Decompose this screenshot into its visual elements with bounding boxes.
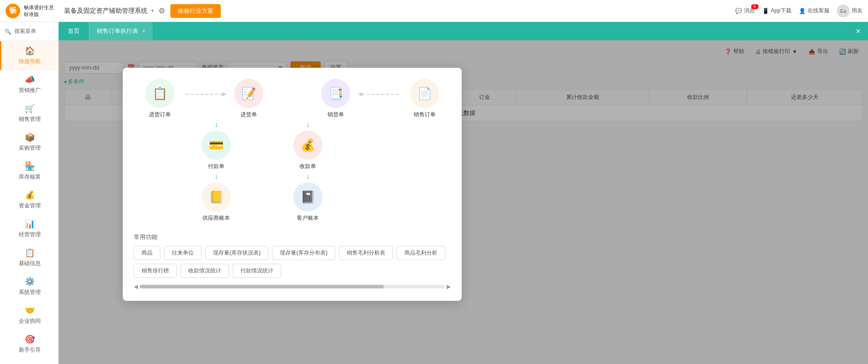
node-purchase-bill[interactable]: 📝 进货单 (223, 79, 275, 119)
trial-button[interactable]: 体验行业方案 (170, 4, 221, 18)
sales-order-circle: 📄 (410, 79, 439, 108)
sidebar-item-cooperation[interactable]: 🤝企业协同 (0, 301, 58, 330)
arrow-sb-from-so (362, 94, 399, 104)
search-menu-button[interactable]: 🔍 搜索菜单 (4, 26, 55, 37)
tab-bar: 首页 销售订单执行表 × × (59, 22, 868, 40)
sidebar-item-basic[interactable]: 📋基础信息 (0, 243, 58, 272)
close-window-button[interactable]: × (848, 22, 868, 40)
sidebar-label-sales: 销售管理 (19, 115, 41, 123)
sidebar-icon-cooperation: 🤝 (25, 305, 35, 315)
flow-arrows-down-2: ↓ ↓ (189, 172, 451, 180)
sidebar-item-sales[interactable]: 🛒销售管理 (0, 99, 58, 128)
node-purchase-order[interactable]: 📋 进货订单 (134, 79, 186, 119)
flow-arrows-down-1: ↓ ↓ (189, 120, 451, 129)
sidebar-item-finance[interactable]: 💰资金管理 (0, 185, 58, 214)
sidebar-item-inventory[interactable]: 🏪库存核算 (0, 157, 58, 185)
sidebar-icon-sales: 🛒 (25, 103, 35, 114)
node-payment-bill[interactable]: 💳 付款单 (189, 130, 244, 170)
settings-icon[interactable]: ⚙ (158, 6, 165, 15)
arrow-pb2-down: ↓ (189, 172, 244, 180)
tab-home[interactable]: 首页 (59, 22, 89, 40)
func-button-5[interactable]: 商品毛利分析 (397, 246, 445, 260)
message-icon-area[interactable]: 💬 消息 6 (735, 7, 755, 15)
logo-icon: 畅 (5, 4, 20, 18)
scroll-bar-thumb (140, 285, 384, 288)
sidebar-icon-operations: 📊 (25, 219, 35, 229)
system-title: 装备及固定资产辅助管理系统 ▼ (64, 7, 155, 15)
sidebar-icon-finance: 💰 (25, 190, 35, 200)
app-container: 畅 畅康通好生意 标准版 装备及固定资产辅助管理系统 ▼ ⚙ 体验行业方案 💬 … (0, 0, 868, 364)
receipt-bill-label: 收款单 (300, 163, 316, 170)
sidebar-item-guide[interactable]: 🎯新手引导 (0, 330, 58, 359)
sidebar-item-operations[interactable]: 📊经营管理 (0, 214, 58, 243)
sidebar-item-purchase[interactable]: 📦采购管理 (0, 128, 58, 157)
main-area: 🔍 搜索菜单 🏠快捷导航📣营销推广🛒销售管理📦采购管理🏪库存核算💰资金管理📊经营… (0, 22, 868, 364)
system-dropdown-icon[interactable]: ▼ (150, 8, 155, 13)
sidebar-item-quick-nav[interactable]: 🏠快捷导航 (0, 41, 58, 70)
common-functions: 常用功能 商品往来单位现存量(库存状况表)现存量(库存分布表)销售毛利分析表商品… (134, 233, 451, 278)
modal-scrollbar: ◀ ▶ (134, 283, 451, 290)
sidebar-label-operations: 经营管理 (19, 231, 41, 239)
sales-bill-circle: 📑 (321, 79, 350, 108)
func-button-3[interactable]: 现存量(库存分布表) (272, 246, 335, 260)
supplier-ledger-circle: 📒 (202, 182, 231, 212)
sidebar-label-inventory: 库存核算 (19, 173, 41, 181)
node-sales-order[interactable]: 📄 销售订单 (399, 79, 451, 119)
func-button-6[interactable]: 销售排行榜 (134, 264, 177, 278)
sidebar-item-system[interactable]: ⚙️系统管理 (0, 272, 58, 301)
sidebar-icon-marketing: 📣 (25, 75, 35, 85)
arrow-rb-down: ↓ (280, 172, 335, 180)
sidebar-item-marketing[interactable]: 📣营销推广 (0, 70, 58, 99)
func-button-0[interactable]: 商品 (134, 246, 160, 260)
service-area[interactable]: 👤 在线客服 (799, 7, 830, 15)
func-button-7[interactable]: 收款情况统计 (180, 264, 229, 278)
arrow-po-to-pb (186, 94, 223, 104)
user-area[interactable]: Ea 用友 (837, 5, 863, 17)
tab-close-icon[interactable]: × (142, 28, 145, 34)
scroll-left-icon[interactable]: ◀ (134, 283, 138, 290)
down-arrow-1: ↓ (214, 120, 218, 129)
arrow-line-1 (186, 94, 223, 95)
sidebar-icon-basic: 📋 (25, 248, 35, 258)
func-button-1[interactable]: 往来单位 (164, 246, 202, 260)
flow-row-3: 📒 供应商账本 📓 客户账本 (189, 182, 451, 222)
node-sales-bill[interactable]: 📑 销货单 (310, 79, 362, 119)
purchase-order-circle: 📋 (145, 79, 175, 108)
sidebar-icon-quick-nav: 🏠 (25, 46, 35, 56)
sidebar-label-guide: 新手引导 (19, 346, 41, 354)
func-button-4[interactable]: 销售毛利分析表 (339, 246, 393, 260)
sales-bill-label: 销货单 (328, 111, 344, 119)
arrow-sb-down: ↓ (280, 120, 335, 129)
top-bar: 畅 畅康通好生意 标准版 装备及固定资产辅助管理系统 ▼ ⚙ 体验行业方案 💬 … (0, 0, 868, 22)
sidebar-label-finance: 资金管理 (19, 202, 41, 210)
tab-active[interactable]: 销售订单执行表 × (89, 22, 153, 40)
flow-diagram: 📋 进货订单 📝 进货单 (134, 79, 451, 224)
node-customer-ledger[interactable]: 📓 客户账本 (280, 182, 335, 222)
content-area: 首页 销售订单执行表 × × ❓ 帮助 (59, 22, 868, 364)
logo-text: 畅康通好生意 标准版 (24, 4, 54, 17)
app-download-area[interactable]: 📱 App下载 (762, 7, 792, 15)
func-button-8[interactable]: 付款情况统计 (233, 264, 281, 278)
func-buttons-container: 商品往来单位现存量(库存状况表)现存量(库存分布表)销售毛利分析表商品毛利分析销… (134, 246, 451, 278)
sidebar-label-marketing: 营销推广 (19, 87, 41, 94)
payment-bill-circle: 💳 (202, 130, 231, 160)
func-button-2[interactable]: 现存量(库存状况表) (205, 246, 268, 260)
customer-ledger-circle: 📓 (293, 182, 322, 212)
scroll-bar-track[interactable] (140, 285, 445, 288)
sidebar-icon-purchase: 📦 (25, 132, 35, 142)
sidebar-label-cooperation: 企业协同 (19, 317, 41, 325)
down-arrow-3: ↓ (214, 172, 218, 180)
page-content: ❓ 帮助 🖨 按模板打印 ▼ 📤 导出 (59, 40, 868, 364)
node-receipt-bill[interactable]: 💰 收款单 (280, 130, 335, 170)
search-icon: 🔍 (5, 28, 11, 35)
node-supplier-ledger[interactable]: 📒 供应商账本 (189, 182, 244, 222)
scroll-right-icon[interactable]: ▶ (447, 283, 451, 290)
receipt-bill-circle: 💰 (293, 130, 322, 160)
sidebar-label-basic: 基础信息 (19, 260, 41, 267)
service-label: 在线客服 (808, 7, 830, 15)
sidebar-icon-system: ⚙️ (25, 277, 35, 287)
message-icon: 💬 (735, 8, 742, 14)
flow-row-2: 💳 付款单 💰 收款单 (189, 130, 451, 170)
modal-overlay: 📋 进货订单 📝 进货单 (59, 40, 868, 364)
sales-order-label: 销售订单 (414, 111, 436, 119)
